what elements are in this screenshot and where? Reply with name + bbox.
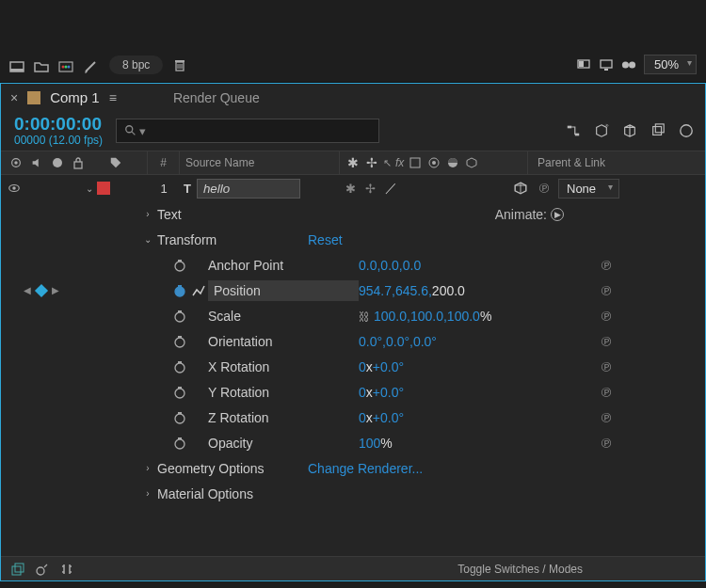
scale-pickwhip[interactable]: ℗ [592,309,620,324]
solo-col-icon[interactable] [50,155,65,170]
material-twirl-icon[interactable]: › [138,488,157,499]
anchor-value[interactable]: 0.0,0.0,0.0 [359,258,547,273]
layer-twirl-icon[interactable]: ⌄ [86,183,93,194]
text-group[interactable]: Text [157,207,308,222]
stopwatch-icon[interactable] [170,335,189,348]
orientation-pickwhip[interactable]: ℗ [592,334,620,349]
search-input[interactable]: ▾ [116,119,379,143]
position-value[interactable]: 954.7,645.6,200.0 [359,283,547,298]
animate-menu-icon[interactable]: ▶ [551,208,564,221]
reset-link[interactable]: Reset [308,232,496,247]
stopwatch-icon[interactable] [170,411,189,424]
sourcename-col-header[interactable]: Source Name [180,151,340,174]
footer-render-icon[interactable] [35,562,50,577]
pickwhip-icon[interactable]: ℗ [538,181,551,196]
stopwatch-icon[interactable] [170,259,189,272]
svg-rect-22 [655,124,664,133]
close-tab-icon[interactable]: × [10,90,18,105]
change-renderer-link[interactable]: Change Renderer... [308,461,496,476]
svg-point-25 [14,161,18,165]
monitor1-icon[interactable] [576,57,591,72]
comp-tab[interactable]: Comp 1 [50,89,100,105]
anchor-pickwhip[interactable]: ℗ [592,258,620,273]
timeline-panel: × Comp 1 ≡ Render Queue 0:00:00:00 00000… [0,83,706,581]
xrot-value[interactable]: 0x+0.0° [359,359,547,374]
draft3d-icon[interactable] [594,123,609,138]
layer-name-input[interactable] [197,179,300,199]
scale-value[interactable]: ⛓100.0,100.0,100.0% [359,309,547,324]
palette-icon[interactable] [58,59,73,74]
lock-col-icon[interactable] [71,155,86,170]
render-queue-tab[interactable]: Render Queue [173,90,260,105]
yrot-label: Y Rotation [208,385,359,400]
zrot-pickwhip[interactable]: ℗ [592,410,620,425]
layer-row[interactable]: ⌄ 1 T ✱ ✢ ／ ℗ None [1,175,705,201]
text-twirl-icon[interactable]: › [138,209,157,219]
video-col-icon[interactable] [8,155,24,170]
toggle-switches-button[interactable]: Toggle Switches / Modes [457,563,583,576]
transform-group[interactable]: Transform [157,232,308,247]
yrot-value[interactable]: 0x+0.0° [359,385,547,400]
yrot-pickwhip[interactable]: ℗ [592,385,620,400]
graph-editor-icon[interactable] [679,123,694,138]
label-col-icon[interactable] [108,155,123,170]
stopwatch-icon[interactable] [170,360,189,373]
svg-rect-13 [601,60,612,68]
svg-point-48 [175,439,185,449]
layer-3d-icon[interactable] [513,181,528,196]
prev-key-icon[interactable]: ◀ [24,285,31,295]
keyframe-icon[interactable] [35,284,48,297]
zoom-dropdown[interactable]: 50% [644,55,697,74]
transform-twirl-icon[interactable]: ⌄ [138,234,157,245]
frames-icon[interactable] [650,123,666,138]
svg-rect-27 [74,162,82,168]
svg-point-15 [622,61,629,68]
svg-point-33 [12,186,16,190]
svg-rect-14 [604,69,608,71]
svg-point-16 [629,61,635,68]
cube-icon[interactable] [622,123,637,138]
geometry-twirl-icon[interactable]: › [138,463,157,473]
opacity-pickwhip[interactable]: ℗ [592,436,620,451]
index-col-header[interactable]: # [148,151,180,174]
footer-brackets-icon[interactable] [59,562,74,577]
audio-col-icon[interactable] [29,155,44,170]
svg-point-44 [175,389,185,398]
cube-switch-icon [464,155,479,170]
stopwatch-icon[interactable] [170,310,189,323]
frame-fps: 00000 (12.00 fps) [14,135,103,147]
stopwatch-icon[interactable] [170,386,189,399]
graph-icon[interactable] [189,284,208,297]
zrot-value[interactable]: 0x+0.0° [359,410,547,425]
monitor2-icon[interactable] [599,57,614,72]
parent-col-header[interactable]: Parent & Link [528,151,705,174]
brush-icon[interactable] [83,59,98,74]
position-stopwatch-icon[interactable] [170,284,189,297]
svg-point-46 [175,414,185,423]
parent-dropdown[interactable]: None [558,179,619,199]
orientation-value[interactable]: 0.0°,0.0°,0.0° [359,334,547,349]
comp-color-swatch [27,91,40,104]
geometry-group: Geometry Options [157,461,308,476]
project-panel-icon[interactable] [9,59,24,74]
current-timecode[interactable]: 0:00:00:00 [14,115,103,135]
position-pickwhip[interactable]: ℗ [592,283,620,298]
footer-layers-icon[interactable] [10,562,25,577]
bpc-indicator[interactable]: 8 bpc [109,56,163,74]
chain-link-icon[interactable]: ⛓ [359,310,370,324]
material-group[interactable]: Material Options [157,486,308,501]
xrot-pickwhip[interactable]: ℗ [592,359,620,374]
anchor-label: Anchor Point [208,258,359,273]
opacity-value[interactable]: 100% [359,436,547,451]
comp-flowchart-icon[interactable] [566,123,581,138]
svg-point-5 [68,66,71,69]
eye-icon[interactable] [7,181,22,196]
layer-label-swatch[interactable] [97,182,110,195]
stopwatch-icon[interactable] [170,437,189,450]
trash-icon[interactable] [172,57,187,72]
animate-label: Animate: [495,207,547,222]
next-key-icon[interactable]: ▶ [52,285,59,295]
panel-menu-icon[interactable]: ≡ [109,90,117,105]
goggles-icon[interactable] [621,57,636,72]
folder-icon[interactable] [34,59,49,74]
